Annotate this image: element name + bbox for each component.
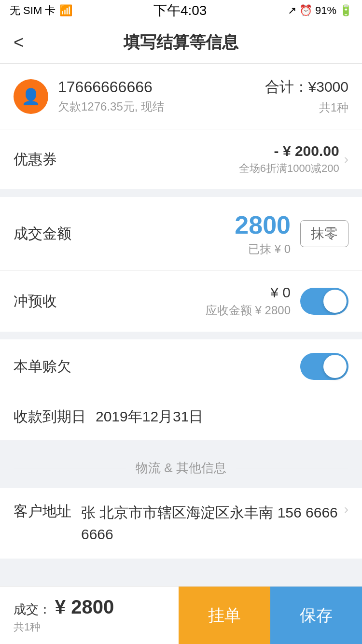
customer-right: 合计：¥3000 共1种: [265, 77, 348, 115]
status-left: 无 SIM 卡 📶: [10, 3, 72, 18]
prepay-row: 冲预收 ¥ 0 应收金额 ¥ 2800: [0, 271, 362, 332]
coupon-chevron-icon: ›: [344, 152, 348, 167]
duedate-label: 收款到期日: [14, 407, 86, 427]
customer-info: 17666666666 欠款1276.35元, 现结: [58, 78, 164, 114]
round-button[interactable]: 抹零: [300, 220, 348, 247]
toggle-knob: [323, 290, 347, 313]
coupon-row[interactable]: 优惠券 - ¥ 200.00 全场6折满1000减200 ›: [0, 129, 362, 189]
customer-row: 👤 17666666666 欠款1276.35元, 现结 合计：¥3000 共1…: [0, 64, 362, 129]
status-right: ↗ ⏰ 91% 🔋: [288, 4, 352, 17]
address-chevron-icon: ›: [344, 502, 348, 517]
customer-phone: 17666666666: [58, 78, 164, 96]
debit-row: 本单赊欠: [0, 339, 362, 393]
logistics-divider: 物流 & 其他信息: [0, 448, 362, 488]
bottom-amount: ¥ 2800: [55, 596, 114, 617]
coupon-right: - ¥ 200.00 全场6折满1000减200 ›: [239, 143, 348, 176]
hang-button[interactable]: 挂单: [179, 587, 270, 644]
address-value: 张 北京市市辖区海淀区永丰南 156 6666 6666: [81, 502, 344, 545]
duedate-row: 收款到期日 2019年12月31日: [0, 393, 362, 440]
bottom-summary: 成交： ¥ 2800 共1种: [0, 596, 179, 634]
prepay-sub: 应收金额 ¥ 2800: [206, 303, 291, 318]
debit-toggle-knob: [323, 355, 347, 378]
logistics-label: 物流 & 其他信息: [126, 460, 236, 476]
prepay-label: 冲预收: [14, 292, 57, 311]
customer-left: 👤 17666666666 欠款1276.35元, 现结: [14, 78, 164, 114]
amount-sub: 已抹 ¥ 0: [235, 241, 291, 257]
amount-section: 成交金额 2800 已抹 ¥ 0 抹零 冲预收 ¥ 0 应收金额 ¥ 2800: [0, 197, 362, 332]
debit-section: 本单赊欠 收款到期日 2019年12月31日: [0, 339, 362, 440]
bottom-bar: 成交： ¥ 2800 共1种 挂单 保存: [0, 586, 362, 644]
bottom-deal-row: 成交： ¥ 2800: [14, 596, 165, 618]
customer-count: 共1种: [265, 100, 348, 115]
debit-label: 本单赊欠: [14, 357, 71, 377]
wifi-icon: 📶: [59, 4, 72, 17]
coupon-desc: 全场6折满1000减200: [239, 161, 339, 176]
address-label: 客户地址: [14, 502, 71, 521]
battery-text: 91%: [315, 4, 336, 17]
divider-line-left: [14, 468, 126, 468]
nav-bar: < 填写结算等信息: [0, 21, 362, 64]
bottom-count: 共1种: [14, 620, 165, 634]
divider-line-right: [236, 468, 348, 468]
address-row[interactable]: 客户地址 张 北京市市辖区海淀区永丰南 156 6666 6666 ›: [0, 488, 362, 559]
customer-total: 合计：¥3000: [265, 77, 348, 97]
status-bar: 无 SIM 卡 📶 下午4:03 ↗ ⏰ 91% 🔋: [0, 0, 362, 21]
amount-row: 成交金额 2800 已抹 ¥ 0 抹零: [0, 197, 362, 271]
amount-value: 2800: [235, 210, 291, 239]
debit-toggle[interactable]: [300, 353, 348, 380]
back-button[interactable]: <: [14, 32, 24, 53]
no-sim-text: 无 SIM 卡: [10, 3, 56, 18]
coupon-label: 优惠券: [14, 150, 57, 169]
avatar-icon: 👤: [21, 87, 41, 106]
address-section: 客户地址 张 北京市市辖区海淀区永丰南 156 6666 6666 ›: [0, 488, 362, 559]
prepay-value: ¥ 0: [206, 284, 291, 301]
status-time: 下午4:03: [153, 1, 207, 20]
customer-debt: 欠款1276.35元, 现结: [58, 99, 164, 114]
battery-icon: 🔋: [339, 4, 352, 17]
customer-card: 👤 17666666666 欠款1276.35元, 现结 合计：¥3000 共1…: [0, 64, 362, 189]
duedate-value: 2019年12月31日: [96, 407, 203, 427]
avatar: 👤: [14, 79, 48, 114]
amount-label: 成交金额: [14, 224, 71, 244]
location-icon: ↗: [288, 4, 296, 17]
prepay-toggle[interactable]: [300, 288, 348, 315]
alarm-icon: ⏰: [299, 4, 312, 17]
coupon-discount: - ¥ 200.00: [239, 143, 339, 159]
amount-right: 2800 已抹 ¥ 0 抹零: [235, 210, 348, 257]
bottom-deal-label: 成交：: [14, 602, 51, 616]
prepay-right: ¥ 0 应收金额 ¥ 2800: [206, 284, 348, 318]
page-title: 填写结算等信息: [124, 31, 238, 54]
save-button[interactable]: 保存: [270, 587, 362, 644]
